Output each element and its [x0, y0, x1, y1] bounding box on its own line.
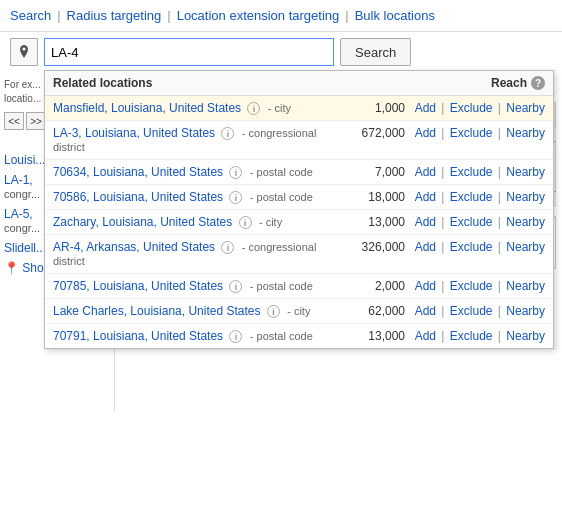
- dropdown-loc-name-1: LA-3, Louisiana, United States i - congr…: [53, 126, 335, 154]
- info-icon-6[interactable]: i: [229, 280, 242, 293]
- dropdown-loc-name-2: 70634, Louisiana, United States i - post…: [53, 165, 335, 179]
- dropdown-loc-link-1[interactable]: LA-3, Louisiana, United States: [53, 126, 215, 140]
- reach-help-icon[interactable]: ?: [531, 76, 545, 90]
- reach-label: Reach: [491, 76, 527, 90]
- tab-bulk[interactable]: Bulk locations: [355, 8, 435, 23]
- search-button[interactable]: Search: [340, 38, 411, 66]
- info-icon-2[interactable]: i: [229, 166, 242, 179]
- tab-sep-1: |: [57, 8, 60, 23]
- info-icon-8[interactable]: i: [229, 330, 242, 343]
- exclude-7[interactable]: Exclude: [450, 304, 493, 318]
- nearby-1[interactable]: Nearby: [506, 126, 545, 140]
- dropdown-loc-link-8[interactable]: 70791, Louisiana, United States: [53, 329, 223, 343]
- add-1[interactable]: Add: [415, 126, 436, 140]
- dropdown-loc-link-0[interactable]: Mansfield, Louisiana, United States: [53, 101, 241, 115]
- nearby-7[interactable]: Nearby: [506, 304, 545, 318]
- sep-add-1: |: [441, 126, 444, 140]
- exclude-6[interactable]: Exclude: [450, 279, 493, 293]
- reach-val-7: 62,000: [335, 304, 405, 318]
- sep-add-0: |: [441, 101, 444, 115]
- dropdown-loc-name-8: 70791, Louisiana, United States i - post…: [53, 329, 335, 343]
- tab-sep-2: |: [167, 8, 170, 23]
- tab-location-ext[interactable]: Location extension targeting: [177, 8, 340, 23]
- sep-excl-0: |: [498, 101, 501, 115]
- add-5[interactable]: Add: [415, 240, 436, 254]
- dropdown-loc-name-4: Zachary, Louisiana, United States i - ci…: [53, 215, 335, 229]
- exclude-4[interactable]: Exclude: [450, 215, 493, 229]
- actions-4: Add | Exclude | Nearby: [405, 215, 545, 229]
- tab-radius[interactable]: Radius targeting: [67, 8, 162, 23]
- nearby-5[interactable]: Nearby: [506, 240, 545, 254]
- dropdown-row-4: Zachary, Louisiana, United States i - ci…: [45, 210, 553, 235]
- dropdown-loc-link-2[interactable]: 70634, Louisiana, United States: [53, 165, 223, 179]
- dropdown-header: Related locations Reach ?: [45, 71, 553, 96]
- info-icon-1[interactable]: i: [221, 127, 234, 140]
- nearby-8[interactable]: Nearby: [506, 329, 545, 343]
- actions-2: Add | Exclude | Nearby: [405, 165, 545, 179]
- dropdown-row-2: 70634, Louisiana, United States i - post…: [45, 160, 553, 185]
- nearby-2[interactable]: Nearby: [506, 165, 545, 179]
- info-icon-7[interactable]: i: [267, 305, 280, 318]
- nearby-6[interactable]: Nearby: [506, 279, 545, 293]
- sidebar-item-la1-sub: congr...: [4, 188, 40, 200]
- dropdown-row-8: 70791, Louisiana, United States i - post…: [45, 324, 553, 348]
- reach-val-1: 672,000: [335, 126, 405, 140]
- dropdown-loc-name-3: 70586, Louisiana, United States i - post…: [53, 190, 335, 204]
- reach-val-6: 2,000: [335, 279, 405, 293]
- info-icon-4[interactable]: i: [239, 216, 252, 229]
- tab-search[interactable]: Search: [10, 8, 51, 23]
- add-4[interactable]: Add: [415, 215, 436, 229]
- nearby-3[interactable]: Nearby: [506, 190, 545, 204]
- add-2[interactable]: Add: [415, 165, 436, 179]
- info-icon-0[interactable]: i: [247, 102, 260, 115]
- dropdown-row-0: Mansfield, Louisiana, United States i - …: [45, 96, 553, 121]
- nav-next-button[interactable]: >>: [26, 112, 46, 130]
- dropdown-loc-link-7[interactable]: Lake Charles, Louisiana, United States: [53, 304, 260, 318]
- dropdown-loc-link-6[interactable]: 70785, Louisiana, United States: [53, 279, 223, 293]
- search-dropdown: Related locations Reach ? Mansfield, Lou…: [44, 70, 554, 349]
- reach-val-4: 13,000: [335, 215, 405, 229]
- exclude-1[interactable]: Exclude: [450, 126, 493, 140]
- reach-header: Reach ?: [491, 76, 545, 90]
- exclude-0[interactable]: Exclude: [450, 101, 493, 115]
- add-7[interactable]: Add: [415, 304, 436, 318]
- add-0[interactable]: Add: [415, 101, 436, 115]
- reach-val-8: 13,000: [335, 329, 405, 343]
- add-6[interactable]: Add: [415, 279, 436, 293]
- loc-type-6: - postal code: [250, 280, 313, 292]
- dropdown-loc-link-3[interactable]: 70586, Louisiana, United States: [53, 190, 223, 204]
- exclude-3[interactable]: Exclude: [450, 190, 493, 204]
- loc-type-8: - postal code: [250, 330, 313, 342]
- actions-5: Add | Exclude | Nearby: [405, 240, 545, 254]
- actions-3: Add | Exclude | Nearby: [405, 190, 545, 204]
- actions-6: Add | Exclude | Nearby: [405, 279, 545, 293]
- info-icon-5[interactable]: i: [221, 241, 234, 254]
- search-input[interactable]: [44, 38, 334, 66]
- info-icon-3[interactable]: i: [229, 191, 242, 204]
- map-pin-icon: [16, 44, 32, 60]
- dropdown-loc-link-5[interactable]: AR-4, Arkansas, United States: [53, 240, 215, 254]
- related-locations-label: Related locations: [53, 76, 152, 90]
- nearby-0[interactable]: Nearby: [506, 101, 545, 115]
- add-8[interactable]: Add: [415, 329, 436, 343]
- exclude-5[interactable]: Exclude: [450, 240, 493, 254]
- dropdown-row-1: LA-3, Louisiana, United States i - congr…: [45, 121, 553, 160]
- sidebar-item-la5-sub: congr...: [4, 222, 40, 234]
- actions-8: Add | Exclude | Nearby: [405, 329, 545, 343]
- tab-sep-3: |: [345, 8, 348, 23]
- nearby-4[interactable]: Nearby: [506, 215, 545, 229]
- reach-val-0: 1,000: [335, 101, 405, 115]
- add-3[interactable]: Add: [415, 190, 436, 204]
- reach-val-3: 18,000: [335, 190, 405, 204]
- exclude-2[interactable]: Exclude: [450, 165, 493, 179]
- actions-1: Add | Exclude | Nearby: [405, 126, 545, 140]
- loc-type-0: - city: [268, 102, 291, 114]
- dropdown-row-3: 70586, Louisiana, United States i - post…: [45, 185, 553, 210]
- loc-type-3: - postal code: [250, 191, 313, 203]
- dropdown-loc-name-7: Lake Charles, Louisiana, United States i…: [53, 304, 335, 318]
- exclude-8[interactable]: Exclude: [450, 329, 493, 343]
- dropdown-row-7: Lake Charles, Louisiana, United States i…: [45, 299, 553, 324]
- dropdown-loc-link-4[interactable]: Zachary, Louisiana, United States: [53, 215, 232, 229]
- map-pin-icon-box[interactable]: [10, 38, 38, 66]
- nav-prev-button[interactable]: <<: [4, 112, 24, 130]
